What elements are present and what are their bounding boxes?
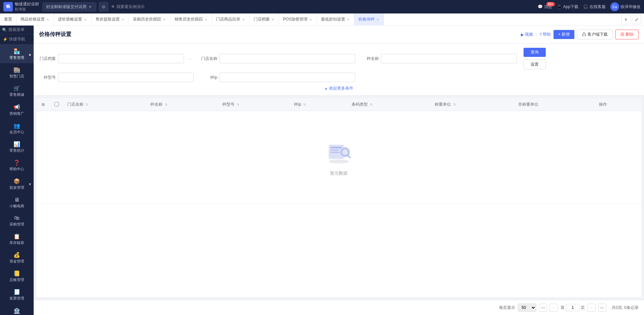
- tab-close-icon[interactable]: ×: [347, 18, 350, 22]
- delete-button[interactable]: 面 删除: [615, 30, 639, 39]
- sidebar-item-tax[interactable]: 🏦 税务管理: [0, 304, 34, 315]
- store-archive-input[interactable]: [58, 54, 184, 63]
- filter-store-archive: 门店档案 ···: [39, 54, 194, 63]
- set-button[interactable]: 设置: [524, 60, 546, 69]
- sidebar-item-wholesale[interactable]: 📦 批发管理 ▼: [0, 175, 34, 193]
- store-archive-label: 门店档案: [39, 56, 56, 62]
- sidebar-item-finance[interactable]: 💰 资金管理: [0, 248, 34, 267]
- tab-close-icon[interactable]: ×: [163, 18, 166, 22]
- table-col-settings[interactable]: ⚙: [36, 98, 50, 111]
- page-size-select[interactable]: 10 20 50 100: [518, 304, 536, 312]
- last-page-button[interactable]: ⏭: [598, 304, 606, 312]
- messages-badge: 99+: [546, 2, 555, 6]
- tab-close-icon[interactable]: ×: [242, 18, 245, 22]
- download-button[interactable]: 凸 客户端下载: [577, 30, 612, 39]
- logo-text-block: 畅捷通好业财 标准版: [15, 2, 39, 11]
- prev-page-button[interactable]: ‹: [550, 304, 558, 312]
- help-label: 帮助: [543, 32, 551, 37]
- tabs-bar: 首页 商品价格设置 × 进价策略设置 × 售价提取设置 × 采购历史价跟踪 × …: [0, 13, 644, 26]
- sidebar-item-member[interactable]: 👥 会员中心: [0, 119, 34, 138]
- invoice-icon: 🧾: [13, 289, 20, 295]
- sidebar-item-xiaochangec[interactable]: 🖥 小畅电商: [0, 194, 34, 212]
- online-service-label: 在线客服: [589, 4, 606, 10]
- settings-icon[interactable]: ⚙: [99, 2, 108, 11]
- tabs-close-button[interactable]: ×: [621, 15, 631, 24]
- tab-price-scale[interactable]: 价格传秤 ×: [354, 13, 384, 26]
- store-name-label: 门店名称: [201, 56, 217, 62]
- scale-ip-input[interactable]: [219, 73, 355, 82]
- sidebar-item-ledger[interactable]: 📒 总账管理: [0, 267, 34, 285]
- retail-icon: 🏪: [13, 48, 20, 55]
- sidebar-item-label: 库存核算: [9, 241, 24, 245]
- user-name: 徐泽华修改: [620, 4, 641, 10]
- query-button[interactable]: 查询: [524, 48, 546, 57]
- tab-close-icon[interactable]: ×: [121, 18, 124, 22]
- sidebar-item-smart-store[interactable]: 🏬 智慧门店: [0, 63, 34, 82]
- demo-button[interactable]: 👁 我要看实例演示: [111, 4, 145, 10]
- online-service-button[interactable]: 🎧 在线客服: [583, 4, 606, 10]
- select-all-checkbox[interactable]: [55, 102, 59, 106]
- ledger-icon: 📒: [13, 270, 20, 277]
- tab-pos-encrypt[interactable]: POS加密管理 ×: [279, 13, 317, 26]
- sidebar-item-label: 采购管理: [9, 222, 24, 226]
- tab-close-icon[interactable]: ×: [271, 18, 275, 22]
- table-col-scale-name: 秤名称 ⇅: [146, 98, 218, 111]
- tabs-expand-button[interactable]: ⤢: [632, 15, 641, 24]
- video-icon: ▶: [521, 32, 524, 37]
- tab-close-icon[interactable]: ×: [46, 18, 49, 22]
- ellipsis-icon[interactable]: ···: [186, 56, 194, 61]
- page-number-input[interactable]: [566, 304, 579, 311]
- sidebar-search-button[interactable]: 🔍 搜索菜单: [0, 26, 34, 34]
- scale-model-input[interactable]: [58, 73, 194, 82]
- app-download-button[interactable]: 📱 App下载: [557, 4, 578, 10]
- help-icon: ❓: [13, 160, 20, 166]
- filter-scale-name: 秤名称: [362, 54, 517, 63]
- sidebar-item-help[interactable]: ❓ 帮助中心: [0, 156, 34, 175]
- sidebar-item-label: 零售统计: [9, 148, 24, 153]
- add-button[interactable]: + 新增: [553, 30, 574, 39]
- tab-home[interactable]: 首页: [0, 13, 16, 26]
- scale-name-input[interactable]: [381, 54, 517, 63]
- user-area[interactable]: Ea 徐泽华修改: [610, 2, 641, 11]
- tab-close-icon[interactable]: ×: [83, 18, 87, 22]
- tab-close-icon[interactable]: ×: [376, 18, 379, 22]
- tab-selling-extract[interactable]: 售价提取设置 ×: [92, 13, 129, 26]
- sidebar-item-label: 智慧门店: [9, 74, 24, 78]
- next-page-button[interactable]: ›: [587, 304, 596, 312]
- collapse-button[interactable]: ▲ 收起更多条件: [39, 85, 639, 91]
- tab-store-profile[interactable]: 门店档案 ×: [250, 13, 279, 26]
- tab-goods-price[interactable]: 商品价格设置 ×: [16, 13, 54, 26]
- store-name-input[interactable]: [219, 54, 355, 63]
- sidebar-item-purchase[interactable]: 🛍 采购管理: [0, 212, 34, 230]
- tab-label: 最低折扣设置: [321, 16, 345, 22]
- tab-store-catalog[interactable]: 门店商品目录 ×: [212, 13, 249, 26]
- page-actions: ▶ 视频 | ? 帮助 + 新增 凸 客户端下载 面 删除: [521, 30, 639, 39]
- first-page-button[interactable]: ⏮: [539, 304, 547, 312]
- tab-purchase-history[interactable]: 采购历史价跟踪 ×: [129, 13, 170, 26]
- sort-icon: ⇅: [303, 103, 306, 106]
- tab-min-discount[interactable]: 最低折扣设置 ×: [317, 13, 354, 26]
- tab-label: 价格传秤: [358, 16, 374, 22]
- sidebar-item-retail[interactable]: 🏪 零售管理 ▲: [0, 45, 34, 63]
- video-link[interactable]: ▶ 视频: [521, 32, 533, 37]
- sidebar-item-ecommerce[interactable]: 🛒 零售商城: [0, 82, 34, 100]
- top-center: 好业财标准版交付试用 ▼ ⚙ 👁 我要看实例演示: [42, 2, 538, 11]
- table-col-scale-ip: 秤ip ⇅: [290, 98, 348, 111]
- tab-close-icon[interactable]: ×: [309, 18, 312, 22]
- xiaochangec-icon: 🖥: [14, 197, 20, 203]
- tab-close-icon[interactable]: ×: [204, 18, 208, 22]
- sidebar-search-section: 🔍 搜索菜单: [0, 26, 34, 34]
- version-selector[interactable]: 好业财标准版交付试用 ▼: [42, 2, 96, 11]
- messages-button[interactable]: 💬 消息 99+: [538, 4, 552, 10]
- sidebar-quicknav-button[interactable]: ⚡ 快捷导航: [0, 34, 34, 44]
- sidebar-item-invoice[interactable]: 🧾 发票管理: [0, 285, 34, 304]
- tab-cost-strategy[interactable]: 进价策略设置 ×: [54, 13, 91, 26]
- help-link[interactable]: ? 帮助: [539, 32, 551, 37]
- tab-sales-history[interactable]: 销售历史价跟踪 ×: [171, 13, 212, 26]
- sidebar-item-marketing[interactable]: 📢 营销推广: [0, 101, 34, 119]
- video-label: 视频: [525, 32, 533, 37]
- sidebar-item-label: 帮助中心: [9, 167, 24, 171]
- tab-label: 销售历史价跟踪: [175, 16, 203, 22]
- sidebar-item-inventory[interactable]: 📋 库存核算: [0, 230, 34, 248]
- sidebar-item-stats[interactable]: 📊 零售统计: [0, 138, 34, 156]
